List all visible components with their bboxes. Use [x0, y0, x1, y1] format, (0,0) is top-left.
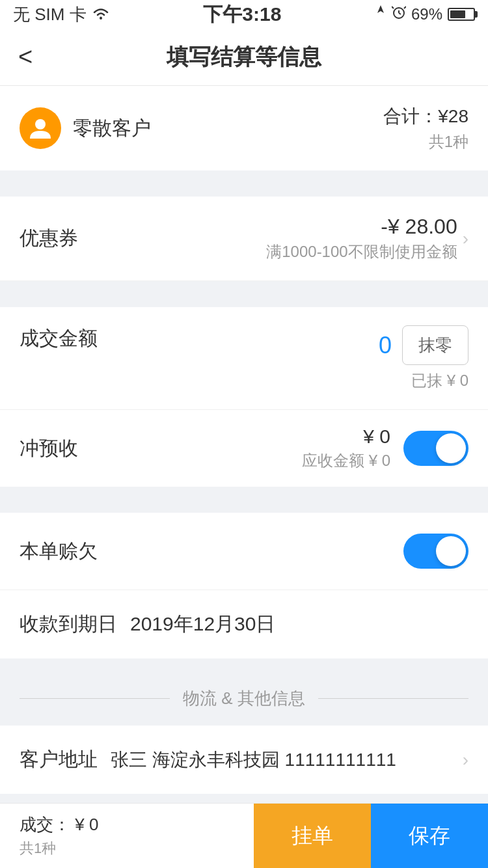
address-row[interactable]: 客户地址 张三 海淀永丰科技园 11111111111 ›	[0, 726, 488, 794]
prepay-toggle-knob	[436, 433, 466, 463]
coupon-right: -¥ 28.00 满1000-100不限制使用金额	[266, 215, 457, 262]
logistics-section-header: 物流 & 其他信息	[0, 671, 488, 726]
header-line-right	[318, 698, 468, 699]
address-section: 客户地址 张三 海淀永丰科技园 11111111111 ›	[0, 726, 488, 794]
status-time: 下午3:18	[203, 1, 281, 28]
coupon-label: 优惠券	[20, 225, 111, 252]
location-icon	[375, 5, 386, 23]
duedate-row: 收款到期日 2019年12月30日	[0, 590, 488, 658]
credit-toggle[interactable]	[403, 534, 468, 569]
coupon-chevron: ›	[463, 228, 468, 249]
customer-left: 零散客户	[20, 107, 151, 149]
hold-button[interactable]: 挂单	[254, 804, 371, 869]
deal-amount-label: 成交金额	[20, 325, 111, 352]
total-count: 共1种	[383, 131, 468, 152]
customer-section: 零散客户 合计：¥28 共1种	[0, 86, 488, 170]
status-left: 无 SIM 卡	[13, 3, 110, 26]
coupon-row[interactable]: 优惠券 -¥ 28.00 满1000-100不限制使用金额 ›	[0, 197, 488, 281]
logistics-header-text: 物流 & 其他信息	[183, 687, 305, 710]
status-bar: 无 SIM 卡 下午3:18 69%	[0, 0, 488, 29]
bottom-info: 成交： ¥ 0 共1种	[0, 813, 254, 858]
prepay-label: 冲预收	[20, 435, 111, 462]
battery-icon	[448, 8, 475, 21]
avatar	[20, 107, 61, 149]
svg-line-3	[399, 13, 401, 14]
credit-label: 本单赊欠	[20, 538, 111, 565]
customer-right: 合计：¥28 共1种	[383, 104, 468, 152]
prepay-right: ¥ 0 应收金额 ¥ 0	[302, 426, 468, 471]
save-button[interactable]: 保存	[371, 804, 488, 869]
carrier-text: 无 SIM 卡	[13, 3, 87, 26]
header-line-left	[20, 698, 170, 699]
svg-point-0	[100, 17, 102, 20]
credit-section: 本单赊欠 收款到期日 2019年12月30日	[0, 513, 488, 658]
nav-bar: < 填写结算等信息	[0, 29, 488, 86]
bottom-count: 共1种	[20, 839, 234, 858]
prepay-toggle[interactable]	[403, 431, 468, 466]
prepay-row: 冲预收 ¥ 0 应收金额 ¥ 0	[0, 410, 488, 487]
back-button[interactable]: <	[18, 43, 33, 71]
deal-amount-input-area: 0 抹零 已抹 ¥ 0	[379, 325, 468, 391]
address-value: 张三 海淀永丰科技园 11111111111	[111, 748, 457, 772]
deal-value: ¥ 0	[75, 815, 98, 834]
deal-amount-sub: 已抹 ¥ 0	[411, 370, 468, 391]
deal-label: 成交：	[20, 815, 70, 834]
alarm-icon	[392, 5, 406, 23]
credit-row: 本单赊欠	[0, 513, 488, 590]
customer-row: 零散客户 合计：¥28 共1种	[0, 86, 488, 170]
prepay-main-amount: ¥ 0	[302, 426, 390, 448]
svg-point-4	[35, 119, 46, 129]
bottom-bar: 成交： ¥ 0 共1种 挂单 保存	[0, 803, 488, 868]
divider-2	[0, 294, 488, 307]
address-label: 客户地址	[20, 746, 98, 773]
page-title: 填写结算等信息	[167, 42, 321, 72]
status-right: 69%	[375, 5, 475, 23]
address-chevron: ›	[463, 750, 468, 770]
divider-1	[0, 183, 488, 197]
battery-percentage: 69%	[411, 5, 442, 23]
coupon-section: 优惠券 -¥ 28.00 满1000-100不限制使用金额 ›	[0, 197, 488, 281]
deal-amount-value[interactable]: 0	[379, 332, 392, 359]
prepay-sub-amount: 应收金额 ¥ 0	[302, 450, 390, 471]
divider-3	[0, 500, 488, 513]
duedate-label: 收款到期日	[20, 611, 117, 638]
round-button[interactable]: 抹零	[402, 325, 468, 365]
coupon-desc: 满1000-100不限制使用金额	[266, 241, 457, 262]
deal-section: 成交金额 0 抹零 已抹 ¥ 0 冲预收 ¥ 0 应收金额 ¥ 0	[0, 307, 488, 487]
bottom-deal-amount: 成交： ¥ 0	[20, 813, 234, 836]
deal-amount-row: 成交金额 0 抹零 已抹 ¥ 0	[0, 307, 488, 410]
wifi-icon	[92, 5, 110, 25]
coupon-discount: -¥ 28.00	[266, 215, 457, 239]
prepay-amounts: ¥ 0 应收金额 ¥ 0	[302, 426, 390, 471]
customer-name: 零散客户	[73, 115, 151, 142]
duedate-value: 2019年12月30日	[130, 611, 275, 638]
credit-toggle-knob	[436, 536, 466, 566]
total-amount: 合计：¥28	[383, 104, 468, 129]
